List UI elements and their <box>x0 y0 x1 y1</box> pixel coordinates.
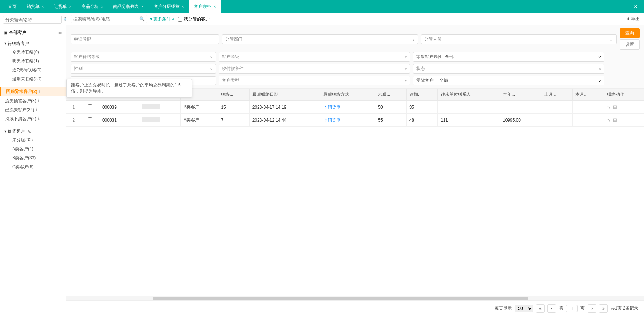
my-customers-checkbox[interactable]: 我分管的客户 <box>178 16 210 22</box>
dept-arrow-icon: ∨ <box>412 37 415 41</box>
row2-last-method[interactable]: 下销货单 <box>320 114 375 127</box>
export-btn[interactable]: ⬆ 导出 <box>626 16 640 22</box>
next-page-btn[interactable]: › <box>588 304 596 313</box>
sidebar-overdue-pending[interactable]: 逾期未联络(30) <box>4 75 66 84</box>
col-last-date[interactable]: 最后联络日期 <box>249 89 320 101</box>
retail-field[interactable]: 零散客户 全部 ∨ <box>413 76 604 85</box>
window-close[interactable]: × <box>630 3 641 10</box>
nav-purchase[interactable]: 进货单 × <box>49 0 76 13</box>
sidebar-c-customers[interactable]: C类客户(6) <box>4 162 66 171</box>
nav-sales-close[interactable]: × <box>42 4 44 9</box>
pending-contact-items: 今天待联络(0) 明天待联络(1) 近7天待联络(0) 逾期未联络(30) <box>0 48 66 84</box>
sidebar-b-customers[interactable]: B类客户(33) <box>4 154 66 162</box>
declining-info-icon: ℹ <box>38 116 40 122</box>
horizontal-scrollbar[interactable] <box>66 296 644 300</box>
page-input[interactable] <box>566 305 578 312</box>
col-last-month[interactable]: 上月... <box>541 89 572 101</box>
price-level-field[interactable]: 客户价格等级 ∨ <box>71 52 216 62</box>
sidebar-repurchase-abnormal[interactable]: 回购异常客户(2) ℹ <box>0 87 66 96</box>
sidebar-tomorrow-pending[interactable]: 明天待联络(1) <box>4 57 66 66</box>
payment-field[interactable]: 收付款条件 ∨ <box>219 64 410 74</box>
value-customer-group[interactable]: ▾ 价值客户 ✎ <box>0 127 66 136</box>
collapse-icon[interactable]: ≫ <box>58 30 62 36</box>
filter-row-3: 性别 ∨ 收付款条件 ∨ 状态 ∨ <box>71 64 640 74</box>
price-level-label: 客户价格等级 <box>74 54 210 60</box>
settings-btn[interactable]: 设置 <box>620 39 640 50</box>
last-page-btn[interactable]: » <box>599 304 608 313</box>
col-uncontact[interactable]: 未联... <box>375 89 406 101</box>
nav-product-analysis-list-close[interactable]: × <box>141 4 143 9</box>
row2-select[interactable] <box>88 117 92 122</box>
retail-attr-field[interactable]: 零散客户属性 全部 ∨ <box>413 52 604 62</box>
customer-type-field[interactable]: 客户类型 ∨ <box>219 76 410 85</box>
nav-product-analysis-close[interactable]: × <box>101 4 103 9</box>
row1-select[interactable] <box>88 104 92 109</box>
grid-icon: ⊞ <box>4 30 7 36</box>
nav-home[interactable]: 首页 <box>3 0 22 13</box>
main-layout: 🔍 ⊞ 全部客户 ≫ ▾ 待联络客户 今天待联络(0) 明天待联络(1) 近7天… <box>0 13 644 316</box>
pagination-bar: 每页显示 50 100 200 « ‹ 第 页 › » 共1页 2条记录 <box>66 300 644 316</box>
customer-level-field[interactable]: 客户等级 ∨ <box>219 52 410 62</box>
col-this-year[interactable]: 本年... <box>500 89 541 101</box>
sidebar-ungrouped[interactable]: 未分组(32) <box>4 136 66 145</box>
gender-field[interactable]: 性别 ∨ <box>71 64 216 74</box>
row2-checkbox[interactable] <box>81 114 99 127</box>
nav-customer-tier-close[interactable]: × <box>182 4 184 9</box>
row1-actions: ⤡ ⊞ <box>604 101 644 114</box>
phone-field-label: 电话号码 <box>74 36 216 42</box>
value-edit-icon[interactable]: ✎ <box>27 129 31 134</box>
status-arrow: ∨ <box>599 67 601 71</box>
search-input[interactable] <box>73 16 138 22</box>
sidebar-already-lost[interactable]: 已流失客户(24) ℹ <box>0 105 66 114</box>
row1-last-method[interactable]: 下销货单 <box>320 101 375 114</box>
nav-customer-contact-close[interactable]: × <box>213 4 216 9</box>
first-page-btn[interactable]: « <box>536 304 545 313</box>
row2-qr-icon[interactable]: ⊞ <box>613 117 617 123</box>
sidebar-today-pending[interactable]: 今天待联络(0) <box>4 48 66 57</box>
sidebar-search-icon[interactable]: 🔍 <box>63 17 66 23</box>
sidebar-7days-pending[interactable]: 近7天待联络(0) <box>4 66 66 75</box>
nav-purchase-close[interactable]: × <box>69 4 71 9</box>
scrollbar-thumb[interactable] <box>153 297 528 300</box>
more-conditions-btn[interactable]: ▾ 更多条件 ∧ <box>150 16 175 22</box>
col-last-method[interactable]: 最后联络方式 <box>320 89 375 101</box>
retail-arrow: ∨ <box>598 78 601 83</box>
nav-product-analysis[interactable]: 商品分析 × <box>77 0 108 13</box>
prev-page-btn[interactable]: ‹ <box>547 304 556 313</box>
row1-qr-icon[interactable]: ⊞ <box>613 104 617 110</box>
search-icon[interactable]: 🔍 <box>139 16 145 22</box>
page-size-select[interactable]: 50 100 200 <box>515 305 533 312</box>
page-label: 第 <box>559 305 563 311</box>
dept-field[interactable]: 分管部门 ∨ <box>222 34 418 44</box>
nav-product-analysis-list[interactable]: 商品分析列表 × <box>108 0 148 13</box>
sidebar-search-input[interactable] <box>3 16 62 24</box>
sidebar-declining[interactable]: 持续下滑客户(2) ℹ <box>0 114 66 123</box>
status-field[interactable]: 状态 ∨ <box>413 64 604 74</box>
sidebar-all-customers[interactable]: ⊞ 全部客户 ≫ <box>0 27 66 39</box>
row2-view-icon[interactable]: ⤡ <box>607 117 611 123</box>
nav-customer-contact[interactable]: 客户联络 × <box>189 0 221 13</box>
my-customers-check[interactable] <box>178 17 182 22</box>
col-overdue[interactable]: 逾期... <box>406 89 437 101</box>
total-label: 共1页 2条记录 <box>611 305 638 311</box>
row2-method-link[interactable]: 下销货单 <box>323 117 340 122</box>
pending-contact-group[interactable]: ▾ 待联络客户 <box>0 39 66 48</box>
person-dots[interactable]: ... <box>610 37 613 41</box>
nav-sales[interactable]: 销货单 × <box>22 0 49 13</box>
content-area: 🔍 ▾ 更多条件 ∧ 我分管的客户 ⬆ 导出 电话号码 <box>66 13 644 316</box>
row1-name <box>139 101 181 114</box>
col-this-month[interactable]: 本月... <box>573 89 604 101</box>
query-btn[interactable]: 查询 <box>620 28 640 38</box>
row1-view-icon[interactable]: ⤡ <box>607 104 611 110</box>
sidebar-a-customers[interactable]: A类客户(1) <box>4 145 66 154</box>
row1-method-link[interactable]: 下销货单 <box>323 104 340 109</box>
nav-customer-tier[interactable]: 客户分层经营 × <box>149 0 189 13</box>
col-contact-count[interactable]: 联络... <box>218 89 249 101</box>
row1-checkbox[interactable] <box>81 101 99 114</box>
col-unit-contact[interactable]: 往来单位联系人 <box>438 89 500 101</box>
already-lost-info-icon: ℹ <box>36 107 37 113</box>
filter-actions: 查询 设置 <box>620 28 640 50</box>
person-field[interactable]: 分管人员 ... <box>421 34 617 44</box>
phone-field[interactable]: 电话号码 <box>71 34 219 44</box>
sidebar-lost-warning[interactable]: 流失预警客户(3) ℹ <box>0 96 66 105</box>
